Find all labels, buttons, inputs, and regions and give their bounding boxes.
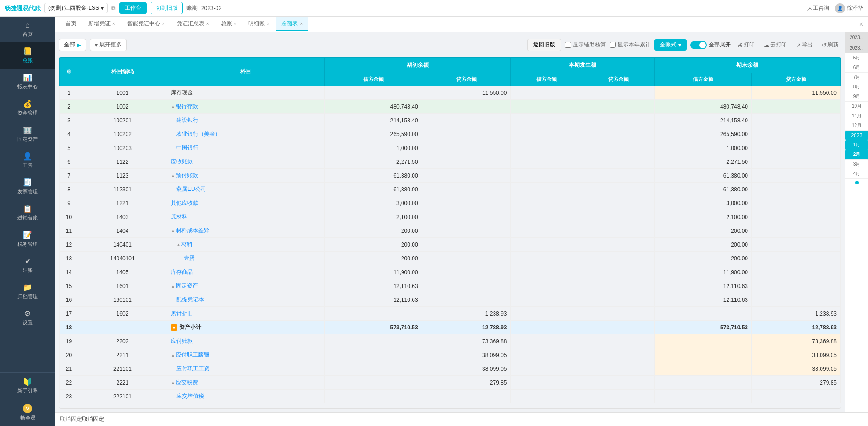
row-name-link[interactable]: 预付账款 [176, 172, 198, 178]
sidebar-item-close[interactable]: ✔ 结账 [0, 252, 55, 278]
sidebar-item-settings[interactable]: ⚙ 设置 [0, 305, 55, 331]
export-button[interactable]: ↗ 导出 [793, 39, 816, 51]
month-10[interactable]: 10月 [845, 102, 868, 111]
expand-button[interactable]: ▾ 展开更多 [90, 39, 127, 51]
tab-balance-close[interactable]: × [300, 21, 303, 26]
tab-voucher-summary-close[interactable]: × [206, 21, 209, 26]
sidebar-item-tax[interactable]: 📝 税务管理 [0, 226, 55, 252]
row-name-link[interactable]: 应交增值税 [176, 393, 204, 399]
tab-new-voucher[interactable]: 新增凭证 × [83, 17, 121, 31]
row-name: ▲ 材料成本差异 [167, 224, 325, 238]
full-mode-button[interactable]: 全账式 ▾ [654, 39, 687, 51]
tab-ledger[interactable]: 总账 × [216, 17, 242, 31]
row-name-link[interactable]: 应付职工工资 [176, 365, 210, 372]
sidebar-item-funds[interactable]: 💰 资金管理 [0, 95, 55, 121]
sidebar-item-reports[interactable]: 📊 报表中心 [0, 69, 55, 95]
row-name-link[interactable]: 壹蛋 [184, 255, 195, 261]
workbench-button[interactable]: 工作台 [119, 2, 147, 14]
month-11[interactable]: 11月 [845, 111, 868, 121]
cancel-fixed-button[interactable]: 取消固定 [60, 415, 82, 423]
month-3[interactable]: 3月 [845, 160, 868, 169]
expand-row-icon[interactable]: ▲ [171, 380, 176, 385]
print-button[interactable]: 🖨 打印 [734, 39, 757, 51]
expand-row-icon[interactable]: ▲ [171, 104, 176, 109]
month-5[interactable]: 5月 [845, 53, 868, 63]
row-name-link[interactable]: 原材料 [171, 213, 187, 220]
tab-new-voucher-close[interactable]: × [112, 21, 115, 26]
row-amount-2 [511, 169, 583, 183]
tab-detail-close[interactable]: × [267, 21, 269, 26]
month-1[interactable]: 1月 [845, 140, 868, 150]
row-name-link[interactable]: 累计折旧 [171, 310, 193, 317]
all-button[interactable]: 全部 ▶ [59, 39, 86, 51]
sidebar-item-home[interactable]: ⌂ 首页 [0, 17, 55, 42]
tab-smart-voucher-close[interactable]: × [162, 21, 165, 26]
support-link[interactable]: 人工咨询 [807, 4, 829, 12]
row-name-text: 资产小计 [179, 324, 201, 330]
row-number: 18 [60, 321, 78, 334]
expand-row-icon[interactable]: ▲ [171, 353, 176, 357]
month-8[interactable]: 8月 [845, 82, 868, 92]
month-2[interactable]: 2月 [845, 150, 868, 160]
row-name-link[interactable]: 应交税费 [176, 379, 198, 386]
tab-voucher-summary[interactable]: 凭证汇总表 × [171, 17, 215, 31]
tab-smart-voucher[interactable]: 智能凭证中心 × [122, 17, 170, 31]
copy-icon[interactable]: ⧉ [111, 5, 116, 12]
row-name-link[interactable]: 其他应收款 [171, 200, 198, 206]
row-name-link[interactable]: 库存商品 [171, 269, 193, 275]
close-all-tabs[interactable]: × [859, 20, 863, 29]
tab-home[interactable]: 首页 [60, 17, 82, 31]
sidebar-item-payroll[interactable]: 👤 工资 [0, 147, 55, 173]
annual-checkbox[interactable] [610, 42, 616, 48]
row-name-link[interactable]: 配提凭记本 [176, 296, 204, 303]
tab-balance[interactable]: 余额表 × [276, 17, 308, 31]
month-6[interactable]: 6月 [845, 63, 868, 73]
expand-row-icon[interactable]: ▲ [171, 284, 176, 288]
sidebar-item-assets[interactable]: 🏢 固定资产 [0, 121, 55, 147]
panel-dot[interactable] [855, 181, 859, 184]
cloud-print-button[interactable]: ☁ 云打印 [761, 39, 790, 51]
row-name-link[interactable]: 燕属EU公司 [176, 186, 206, 192]
row-name-link[interactable]: 建设银行 [176, 117, 198, 123]
sidebar-item-purchase[interactable]: 📋 进销台账 [0, 200, 55, 226]
expand-row-icon[interactable]: ▲ [176, 242, 181, 247]
month-9[interactable]: 9月 [845, 92, 868, 102]
month-7[interactable]: 7月 [845, 73, 868, 82]
month-12[interactable]: 12月 [845, 121, 868, 131]
panel-header-2023[interactable]: 2023... [845, 43, 868, 53]
sidebar-item-ledger[interactable]: 📒 总账 [0, 42, 55, 69]
row-amount-0 [325, 307, 422, 321]
year-2023[interactable]: 2023 [845, 131, 868, 140]
month-4[interactable]: 4月 [845, 169, 868, 179]
table-settings-icon[interactable]: ⚙ [64, 67, 74, 76]
company-selector[interactable]: (勿删) 江西股金-LSS ▾ [44, 3, 108, 13]
expand-row-icon[interactable]: ▲ [171, 173, 176, 178]
row-name-link[interactable]: 材料 [181, 241, 192, 248]
row-name-link[interactable]: 材料成本差异 [176, 227, 209, 234]
toggle-switch[interactable] [690, 41, 707, 49]
aux-checkbox[interactable] [565, 42, 571, 48]
panel-header-2023-top[interactable]: 2023... [845, 32, 868, 43]
sidebar-item-invoices[interactable]: 🧾 发票管理 [0, 173, 55, 200]
row-name-link[interactable]: 中国银行 [176, 144, 198, 151]
tab-detail[interactable]: 明细账 × [243, 17, 275, 31]
tab-ledger-close[interactable]: × [234, 21, 237, 26]
row-name-link[interactable]: 固定资产 [176, 282, 198, 289]
refresh-button[interactable]: ↺ 刷新 [819, 39, 841, 51]
cloud-print-icon: ☁ [764, 42, 769, 48]
sidebar-item-guide[interactable]: 🔰 新手引导 [0, 372, 55, 399]
row-name-link[interactable]: 应付账款 [171, 338, 193, 344]
sidebar-item-member[interactable]: V 畅会员 [0, 399, 55, 426]
period-value[interactable]: 2023-02 [201, 5, 221, 12]
switch-version-button[interactable]: 切到旧版 [151, 2, 183, 14]
row-name-link[interactable]: 农业银行（美金） [176, 131, 221, 137]
sidebar-item-archive[interactable]: 📁 归档管理 [0, 278, 55, 305]
expand-row-icon[interactable]: ▲ [171, 229, 176, 233]
col-current-header: 本期发生额 [511, 58, 654, 73]
row-name-link[interactable]: 应收账款 [171, 158, 193, 165]
row-name-link[interactable]: 应付职工薪酬 [176, 351, 209, 358]
row-amount-2 [511, 348, 583, 362]
user-info[interactable]: 👤 徐泽华 [835, 3, 863, 13]
return-old-version-button[interactable]: 返回旧版 [527, 39, 561, 51]
row-name-link[interactable]: 银行存款 [176, 103, 198, 109]
